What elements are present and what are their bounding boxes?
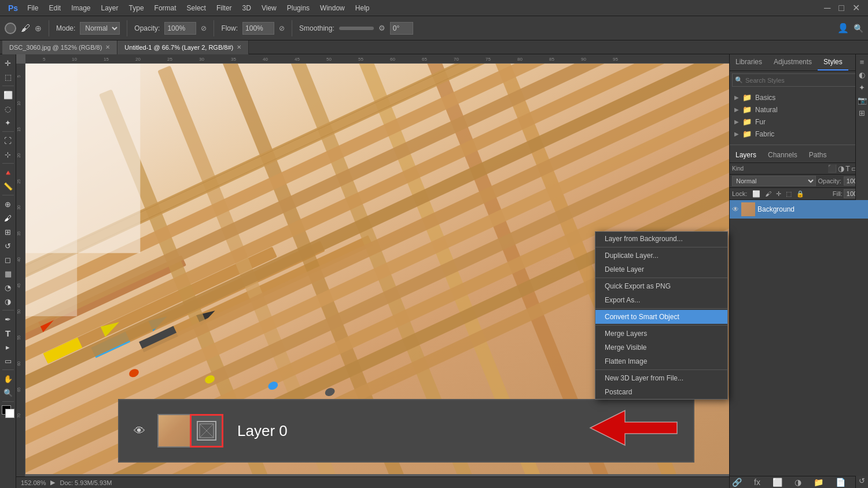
clone-stamp-tool[interactable]: ⊞ — [2, 225, 14, 238]
menu-help[interactable]: Help — [351, 2, 374, 14]
text-tool[interactable]: T — [2, 327, 14, 339]
menu-layer[interactable]: Layer — [97, 2, 123, 14]
shape-tool[interactable]: ▭ — [2, 354, 14, 367]
menu-window[interactable]: Window — [315, 2, 350, 14]
move-tool[interactable]: ✛ — [2, 57, 14, 69]
pen-tool[interactable]: ✒ — [2, 313, 14, 326]
brush-tool[interactable]: 🖌 — [2, 212, 14, 224]
menu-format[interactable]: Format — [150, 2, 181, 14]
search-styles-input[interactable] — [745, 77, 863, 84]
layer-item-0[interactable]: 👁 Background — [730, 200, 868, 219]
maximize-button[interactable]: □ — [835, 3, 848, 13]
layers-tab-layers[interactable]: Layers — [730, 147, 762, 162]
pressure-opacity-icon[interactable]: ⊘ — [201, 24, 207, 32]
layer-visibility-toggle[interactable]: 👁 — [131, 422, 148, 439]
menu-3d[interactable]: 3D — [238, 2, 256, 14]
menu-edit[interactable]: Edit — [44, 2, 65, 14]
gradient-tool[interactable]: ▦ — [2, 267, 14, 280]
sidebar-grid-icon[interactable]: ⊞ — [857, 108, 867, 118]
layer-folder-icon[interactable]: 📁 — [814, 478, 823, 487]
layer-thumbnail-preview[interactable] — [157, 414, 191, 448]
layer-fx-icon[interactable]: fx — [754, 478, 760, 487]
ctx-convert-smart-object[interactable]: Convert to Smart Object — [595, 310, 727, 324]
lock-transparency-icon[interactable]: ⬜ — [751, 190, 762, 198]
tab-libraries[interactable]: Libraries — [730, 54, 768, 71]
tab-styles[interactable]: Styles — [818, 54, 848, 71]
close-button[interactable]: ✕ — [849, 2, 863, 13]
menu-filter[interactable]: Filter — [212, 2, 237, 14]
menu-plugins[interactable]: Plugins — [282, 2, 314, 14]
lock-position-icon[interactable]: ✛ — [774, 190, 783, 198]
sidebar-styles-icon[interactable]: ✦ — [857, 82, 867, 93]
layer-mask-icon[interactable]: ⬜ — [773, 478, 782, 487]
sidebar-adjustments-icon[interactable]: ◐ — [857, 69, 867, 80]
lasso-tool[interactable]: ◌ — [2, 102, 14, 115]
ctx-merge-visible[interactable]: Merge Visible — [595, 341, 727, 354]
ctx-delete-layer[interactable]: Delete Layer — [595, 263, 727, 276]
filter-pixel-icon[interactable]: ⬛ — [827, 164, 837, 173]
ctx-layer-from-bg[interactable]: Layer from Background... — [595, 232, 727, 246]
opacity-input[interactable] — [164, 22, 196, 35]
menu-select[interactable]: Select — [182, 2, 211, 14]
history-brush-tool[interactable]: ↺ — [2, 239, 14, 252]
menu-image[interactable]: Image — [67, 2, 95, 14]
menu-file[interactable]: File — [23, 2, 43, 14]
brush-options-icon[interactable]: ⊕ — [35, 24, 42, 33]
tool-preset-picker[interactable] — [5, 23, 16, 34]
ps-logo[interactable]: Ps — [5, 3, 21, 13]
lock-all-icon[interactable]: 🔒 — [795, 190, 806, 198]
tab-adjustments[interactable]: Adjustments — [768, 54, 818, 71]
user-icon[interactable]: 👤 — [837, 23, 849, 34]
slice-tool[interactable]: ⊹ — [2, 148, 14, 161]
smoothing-gear-icon[interactable]: ⚙ — [378, 24, 385, 32]
brush-icon[interactable]: 🖌 — [21, 23, 30, 34]
layer-adjustment-icon[interactable]: ◑ — [795, 478, 801, 487]
blur-tool[interactable]: ◔ — [2, 281, 14, 294]
eraser-tool[interactable]: ◻ — [2, 253, 14, 266]
layers-tab-paths[interactable]: Paths — [803, 147, 833, 162]
style-group-fabric[interactable]: ▶ 📁 Fabric — [732, 128, 866, 140]
ctx-merge-layers[interactable]: Merge Layers — [595, 327, 727, 341]
style-group-natural[interactable]: ▶ 📁 Natural — [732, 103, 866, 116]
flow-input[interactable] — [242, 22, 274, 35]
sidebar-camera-icon[interactable]: 📷 — [857, 95, 867, 105]
layer-0-visibility-icon[interactable]: 👁 — [732, 205, 739, 213]
marquee-tool[interactable]: ⬜ — [2, 88, 14, 101]
eyedropper-tool[interactable]: 🔺 — [2, 166, 14, 179]
lock-artboard-icon[interactable]: ⬚ — [784, 190, 793, 198]
ctx-quick-export[interactable]: Quick Export as PNG — [595, 279, 727, 293]
menu-type[interactable]: Type — [124, 2, 149, 14]
path-selection-tool[interactable]: ▸ — [2, 341, 14, 353]
ctx-new-3d-layer[interactable]: New 3D Layer from File... — [595, 371, 727, 385]
mode-select[interactable]: Normal — [80, 22, 120, 35]
sidebar-layers-icon[interactable]: ≡ — [857, 57, 867, 67]
foreground-color[interactable] — [2, 405, 14, 418]
layer-link-icon[interactable]: 🔗 — [732, 478, 742, 487]
search-toolbar-icon[interactable]: 🔍 — [854, 24, 863, 33]
sidebar-history-icon[interactable]: ↺ — [857, 475, 867, 486]
ctx-postcard[interactable]: Postcard — [595, 385, 727, 399]
filter-adjust-icon[interactable]: ◑ — [838, 164, 844, 173]
tab-untitled1[interactable]: Untitled-1 @ 66.7% (Layer 2, RGB/8#) ✕ — [117, 40, 249, 54]
ctx-export-as[interactable]: Export As... — [595, 293, 727, 307]
zoom-tool[interactable]: 🔍 — [2, 386, 14, 399]
spot-healing-tool[interactable]: ⊕ — [2, 198, 14, 210]
style-group-fur[interactable]: ▶ 📁 Fur — [732, 116, 866, 128]
artboard-tool[interactable]: ⬚ — [2, 71, 14, 83]
crop-tool[interactable]: ⛶ — [2, 134, 14, 147]
magic-wand-tool[interactable]: ✦ — [2, 116, 14, 129]
tab-close-dsc3060[interactable]: ✕ — [105, 44, 110, 50]
pressure-flow-icon[interactable]: ⊘ — [279, 24, 285, 32]
ruler-tool[interactable]: 📏 — [2, 180, 14, 193]
minimize-button[interactable]: ─ — [821, 3, 834, 13]
style-group-basics[interactable]: ▶ 📁 Basics — [732, 91, 866, 103]
ctx-flatten-image[interactable]: Flatten Image — [595, 354, 727, 368]
layers-tab-channels[interactable]: Channels — [762, 147, 803, 162]
lock-paint-icon[interactable]: 🖌 — [763, 190, 773, 198]
zoom-expand-icon[interactable]: ▶ — [50, 479, 55, 486]
layer-add-icon[interactable]: 📄 — [836, 478, 845, 487]
ctx-duplicate-layer[interactable]: Duplicate Layer... — [595, 249, 727, 263]
layer-mode-select[interactable]: Normal — [732, 176, 816, 186]
angle-input[interactable] — [390, 22, 413, 35]
filter-type-icon[interactable]: T — [845, 164, 850, 173]
